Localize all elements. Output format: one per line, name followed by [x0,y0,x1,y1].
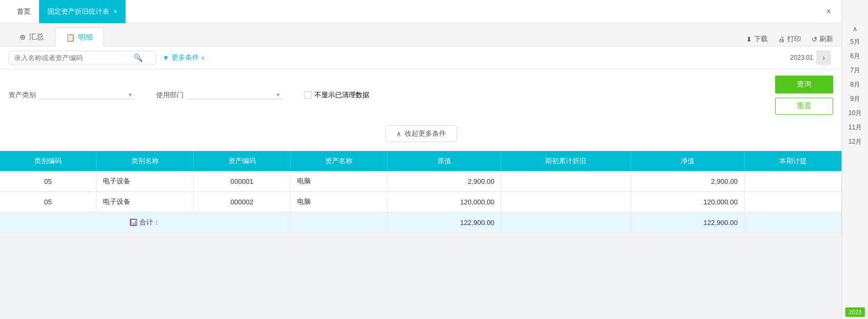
col-header-accumulated: 期初累计折旧 [501,151,631,171]
department-filter: 使用部门 ▼ [156,90,283,100]
row1-category: 电子设备 [97,171,194,192]
collapse-more-area: ∧ 收起更多条件 [8,121,833,144]
col-header-provision: 本期计提 [745,151,842,171]
total-label-cell: 📊 合计： [0,212,290,233]
query-button[interactable]: 查询 [775,76,833,93]
row2-category: 电子设备 [97,192,194,212]
print-icon: 🖨 [778,35,785,43]
refresh-icon: ↺ [812,35,817,43]
row2-accumulated [501,192,631,212]
total-asset-name [290,212,387,233]
tab-bar: ⊛ 汇总 📋 明细 ⬇ 下载 🖨 打印 ↺ 刷新 [0,23,842,46]
sidebar-month-8[interactable]: 8月 [850,78,860,92]
total-original-value: 122,900.00 [387,212,501,233]
row1-provision [745,171,842,192]
filter-row: 资产类别 ▼ 使用部门 ▼ 不显示已清理数据 [8,76,833,115]
search-input[interactable] [14,54,130,62]
col-header-asset-code: 资产编码 [194,151,291,171]
more-conditions-button[interactable]: ▼ 更多条件 ∨ [163,53,205,62]
row2-asset-name: 电脑 [290,192,387,212]
asset-category-filter: 资产类别 ▼ [8,90,135,100]
total-row: 📊 合计： 122,900.00 122,900.00 [0,212,842,233]
refresh-button[interactable]: ↺ 刷新 [812,34,833,44]
nav-home[interactable]: 首页 [8,0,39,23]
top-nav: 首页 固定资产折旧统计表 × × [0,0,842,23]
sidebar-month-11[interactable]: 11月 [848,120,862,135]
download-icon: ⬇ [746,35,752,43]
print-button[interactable]: 🖨 打印 [778,34,801,44]
hide-cleared-label: 不显示已清理数据 [314,90,369,100]
sidebar-month-7[interactable]: 7月 [850,63,860,78]
asset-category-arrow: ▼ [128,92,133,98]
row1-asset-name: 电脑 [290,171,387,192]
sidebar-month-5[interactable]: 5月 [850,35,860,49]
tab-detail-label: 明细 [78,33,93,42]
right-sidebar: ∧ 5月 6月 7月 8月 9月 10月 11月 12月 2023 [842,0,868,319]
sidebar-month-9[interactable]: 9月 [850,92,860,106]
total-accumulated [501,212,631,233]
nav-tab-close[interactable]: × [113,8,117,15]
search-input-wrapper[interactable]: 🔍 [8,51,156,64]
row2-original-value: 120,000.00 [387,192,501,212]
table-body: 05 电子设备 000001 电脑 2,900.00 2,900.00 05 电… [0,171,842,233]
total-net-value: 122,900.00 [631,212,744,233]
row2-net-value: 120,000.00 [631,192,744,212]
row1-asset-code: 000001 [194,171,291,192]
col-header-net-value: 净值 [631,151,744,171]
row2-provision [745,192,842,212]
row1-accumulated [501,171,631,192]
sidebar-nav-up[interactable]: ∧ [851,23,860,35]
row1-code: 05 [0,171,97,192]
print-label: 打印 [787,34,801,44]
search-icon: 🔍 [133,53,142,62]
refresh-label: 刷新 [819,34,833,44]
col-header-asset-name: 资产名称 [290,151,387,171]
total-label-text: 合计： [139,218,160,227]
total-icon: 📊 [130,219,137,226]
department-label: 使用部门 [156,90,184,100]
row2-code: 05 [0,192,97,212]
table-header: 类别编码 类别名称 资产编码 资产名称 原值 期初累计折旧 净值 本期计提 [0,151,842,171]
collapse-more-button[interactable]: ∧ 收起更多条件 [385,125,457,142]
asset-category-select[interactable]: ▼ [40,91,135,99]
download-label: 下载 [754,34,768,44]
detail-icon: 📋 [66,33,75,42]
sidebar-month-10[interactable]: 10月 [848,106,862,120]
tab-detail[interactable]: 📋 明细 [55,27,104,46]
col-header-code: 类别编码 [0,151,97,171]
sidebar-toggle-button[interactable]: › [816,50,831,65]
table-row: 05 电子设备 000001 电脑 2,900.00 2,900.00 [0,171,842,192]
more-conditions-label: 更多条件 [171,53,199,62]
table-container: 类别编码 类别名称 资产编码 资产名称 原值 期初累计折旧 净值 本期计提 05… [0,151,842,233]
download-button[interactable]: ⬇ 下载 [746,34,768,44]
department-select[interactable]: ▼ [188,91,283,99]
tab-summary-label: 汇总 [29,32,44,42]
row1-original-value: 2,900.00 [387,171,501,192]
tab-summary[interactable]: ⊛ 汇总 [8,27,55,46]
reset-button[interactable]: 重置 [775,98,833,115]
row1-net-value: 2,900.00 [631,171,744,192]
close-window-button[interactable]: × [826,7,831,16]
date-display: 2023.01 [790,54,813,61]
nav-tab-active[interactable]: 固定资产折旧统计表 × [39,0,126,23]
collapse-label: 收起更多条件 [405,129,446,138]
checkbox-icon [304,91,311,99]
total-provision [745,212,842,233]
col-header-category: 类别名称 [97,151,194,171]
asset-table: 类别编码 类别名称 资产编码 资产名称 原值 期初累计折旧 净值 本期计提 05… [0,151,842,233]
table-row: 05 电子设备 000002 电脑 120,000.00 120,000.00 [0,192,842,212]
chevron-right-icon: › [823,53,825,62]
filter-icon: ▼ [163,54,169,62]
chevron-down-icon: ∨ [201,55,205,61]
action-buttons: 查询 重置 [775,76,833,115]
collapse-icon: ∧ [396,130,402,138]
sidebar-month-12[interactable]: 12月 [848,135,862,149]
department-arrow: ▼ [275,92,281,98]
sidebar-month-6[interactable]: 6月 [850,49,860,63]
row2-asset-code: 000002 [194,192,291,212]
year-badge[interactable]: 2023 [845,307,864,317]
asset-category-label: 资产类别 [8,90,36,100]
search-bar: 🔍 ▼ 更多条件 ∨ › 2023.01 [0,46,842,69]
hide-cleared-checkbox[interactable]: 不显示已清理数据 [304,90,369,100]
summary-icon: ⊛ [20,33,26,41]
